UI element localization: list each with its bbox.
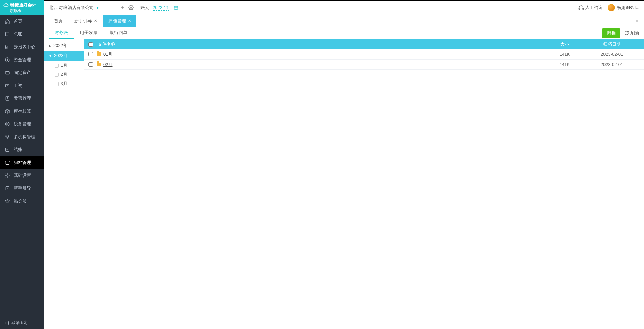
sidebar-item-stock[interactable]: 库存核算 [0, 105, 44, 118]
caret-right-icon: ▶ [49, 44, 51, 48]
svg-point-4 [7, 85, 8, 86]
svg-point-7 [6, 136, 7, 137]
sidebar-item-settings[interactable]: 基础设置 [0, 169, 44, 182]
company-selector[interactable]: 北京 对啊酒店有限公司 ▾ [49, 5, 116, 11]
svg-marker-14 [7, 188, 8, 189]
sidebar-item-salary[interactable]: 工资 [0, 79, 44, 92]
row-checkbox[interactable] [88, 62, 93, 67]
sidebar-item-home[interactable]: 首页 [0, 15, 44, 28]
pin-icon [5, 321, 9, 325]
sidebar-item-label: 结账 [14, 147, 22, 153]
subtab-银行回单[interactable]: 银行回单 [104, 27, 133, 39]
sidebar-item-org[interactable]: 多机构管理 [0, 131, 44, 143]
tree-year[interactable]: ▼2023年 [44, 51, 84, 61]
sidebar-item-asset[interactable]: 固定资产 [0, 66, 44, 79]
sidebar-item-label: 新手引导 [14, 185, 31, 191]
svg-rect-16 [174, 6, 178, 9]
tab-归档管理[interactable]: 归档管理✕ [103, 15, 136, 27]
sidebar-item-invoice[interactable]: 发票管理 [0, 92, 44, 105]
tree-month[interactable]: 3月 [44, 79, 84, 88]
funds-icon [5, 57, 10, 63]
sidebar-item-label: 总账 [14, 31, 22, 37]
close-book-icon [5, 147, 10, 152]
asset-icon [5, 70, 10, 75]
sidebar-item-archive[interactable]: 归档管理 [0, 156, 44, 169]
tab-label: 归档管理 [108, 18, 126, 24]
home-icon [5, 19, 10, 24]
sidebar-item-label: 库存核算 [14, 108, 31, 114]
archive-date: 2023-02-01 [587, 52, 644, 57]
user-menu[interactable]: 畅捷通B组... [608, 4, 639, 11]
tree-year-label: 2022年 [53, 43, 68, 49]
folder-icon [97, 52, 101, 56]
sidebar-item-label: 基础设置 [14, 172, 31, 179]
subtab-电子发票[interactable]: 电子发票 [74, 27, 104, 39]
svg-point-9 [7, 138, 8, 139]
sidebar-item-tax[interactable]: 税务管理 [0, 118, 44, 131]
pin-toggle[interactable]: 取消固定 [0, 316, 44, 329]
refresh-button[interactable]: 刷新 [624, 30, 639, 36]
brand-edition: 旗舰版 [10, 8, 41, 13]
file-link[interactable]: 02月 [103, 62, 112, 68]
folder-icon [97, 63, 101, 66]
user-name: 畅捷通B组... [617, 5, 639, 11]
select-all-checkbox[interactable] [88, 42, 93, 47]
subtab-财务账[interactable]: 财务账 [49, 27, 74, 39]
table-header: 文件名称 大小 归档日期 [84, 39, 644, 49]
file-icon [55, 82, 59, 86]
org-icon [5, 134, 10, 140]
file-link[interactable]: 01月 [103, 51, 112, 57]
file-size: 141K [543, 62, 587, 67]
close-icon[interactable]: ✕ [128, 19, 131, 23]
sidebar-item-guide[interactable]: 新手引导 [0, 182, 44, 195]
support-button[interactable]: 人工咨询 [578, 5, 603, 11]
sidebar: 畅捷通好会计 旗舰版 首页总账云报表中心资金管理固定资产工资发票管理库存核算税务… [0, 0, 44, 329]
table-row: 01月141K2023-02-01 [84, 49, 644, 60]
tree-year[interactable]: ▶2022年 [44, 41, 84, 51]
topbar: 北京 对啊酒店有限公司 ▾ 账期 2022-11 人工咨询 [44, 0, 644, 15]
year-tree: ▶2022年▼2023年1月2月3月 [44, 39, 84, 329]
subtabs: 财务账电子发票银行回单 [49, 27, 133, 39]
main: 北京 对啊酒店有限公司 ▾ 账期 2022-11 人工咨询 [44, 0, 644, 329]
tab-label: 首页 [54, 18, 63, 24]
col-size: 大小 [543, 41, 587, 47]
file-icon [55, 64, 59, 68]
tab-新手引导[interactable]: 新手引导✕ [69, 15, 102, 27]
sidebar-item-label: 发票管理 [14, 95, 31, 101]
file-table: 文件名称 大小 归档日期 01月141K2023-02-0102月141K202… [84, 39, 644, 329]
svg-rect-10 [6, 148, 9, 152]
row-checkbox[interactable] [88, 52, 93, 56]
calendar-icon[interactable] [174, 5, 178, 10]
svg-rect-3 [6, 84, 9, 87]
brand-name: 畅捷通好会计 [10, 2, 36, 8]
ledger-icon [5, 31, 10, 37]
close-icon[interactable]: ✕ [94, 19, 97, 23]
report-icon [5, 44, 10, 50]
avatar-icon [608, 4, 615, 11]
period-picker[interactable]: 2022-11 [153, 5, 169, 11]
sidebar-item-label: 归档管理 [14, 160, 31, 166]
tree-month[interactable]: 1月 [44, 61, 84, 70]
sidebar-item-vip[interactable]: 畅会员 [0, 195, 44, 208]
sidebar-item-close-book[interactable]: 结账 [0, 143, 44, 156]
period-label: 账期 [140, 5, 149, 11]
settings-icon [5, 173, 10, 178]
sidebar-item-ledger[interactable]: 总账 [0, 28, 44, 41]
stock-icon [5, 109, 10, 114]
pin-label: 取消固定 [11, 320, 28, 326]
archive-button[interactable]: 归档 [602, 28, 620, 38]
sidebar-item-funds[interactable]: 资金管理 [0, 53, 44, 66]
close-all-tabs-button[interactable] [633, 17, 641, 24]
tab-首页[interactable]: 首页 [49, 15, 68, 27]
nav: 首页总账云报表中心资金管理固定资产工资发票管理库存核算税务管理多机构管理结账归档… [0, 15, 44, 316]
add-company-button[interactable] [120, 5, 125, 10]
headset-icon [578, 5, 584, 10]
col-name: 文件名称 [97, 41, 543, 47]
table-row: 02月141K2023-02-01 [84, 60, 644, 70]
svg-point-12 [7, 175, 8, 176]
content: 财务账电子发票银行回单 归档 刷新 ▶2022年▼2023年1月2月3月 [44, 27, 644, 329]
company-settings-button[interactable] [128, 5, 134, 10]
tree-month[interactable]: 2月 [44, 70, 84, 79]
sidebar-item-report[interactable]: 云报表中心 [0, 41, 44, 53]
col-date: 归档日期 [587, 41, 644, 47]
